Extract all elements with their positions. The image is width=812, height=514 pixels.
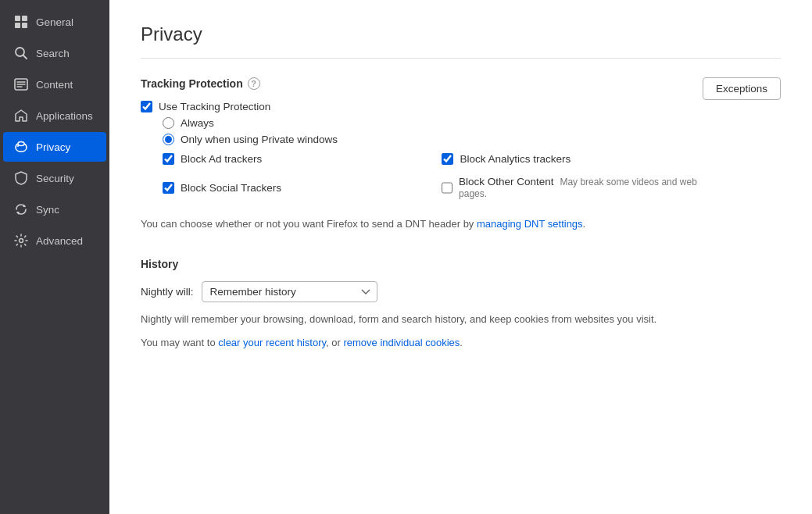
svg-rect-3 xyxy=(22,23,27,28)
sidebar-item-label: Content xyxy=(36,79,73,91)
tracking-help-icon[interactable]: ? xyxy=(248,77,260,90)
block-analytics-label[interactable]: Block Analytics trackers xyxy=(460,153,571,165)
sidebar-item-label: General xyxy=(36,16,73,28)
sidebar-item-label: Advanced xyxy=(36,235,83,247)
sidebar-item-label: Search xyxy=(36,48,70,59)
svg-point-12 xyxy=(20,239,23,243)
sidebar-item-applications[interactable]: Applications xyxy=(3,101,106,130)
private-label[interactable]: Only when using Private windows xyxy=(181,134,338,145)
always-label[interactable]: Always xyxy=(181,117,214,129)
sidebar-item-security[interactable]: Security xyxy=(3,163,106,193)
applications-icon xyxy=(14,109,28,123)
block-ad-label[interactable]: Block Ad trackers xyxy=(181,153,262,165)
private-windows-radio[interactable] xyxy=(163,134,174,145)
svg-rect-1 xyxy=(22,16,27,21)
clear-history-link[interactable]: clear your recent history xyxy=(218,337,326,348)
nightly-label: Nightly will: xyxy=(141,286,194,298)
content-icon xyxy=(14,77,28,91)
sync-icon xyxy=(14,202,28,216)
svg-line-5 xyxy=(23,55,27,59)
use-tracking-row: Use Tracking Protection xyxy=(141,101,703,112)
sidebar-item-label: Security xyxy=(36,173,74,184)
sidebar-item-content[interactable]: Content xyxy=(3,70,106,99)
sidebar-item-advanced[interactable]: Advanced xyxy=(3,226,106,255)
security-icon xyxy=(14,171,28,185)
block-ad-row: Block Ad trackers xyxy=(163,153,423,165)
svg-rect-0 xyxy=(15,16,20,21)
remove-cookies-link[interactable]: remove individual cookies xyxy=(343,337,460,348)
page-title: Privacy xyxy=(141,23,781,45)
grid-icon xyxy=(14,15,28,29)
sidebar-item-label: Privacy xyxy=(36,141,70,153)
advanced-icon xyxy=(14,234,28,248)
history-section-title: History xyxy=(141,258,781,270)
svg-rect-2 xyxy=(15,23,20,28)
title-divider xyxy=(141,58,781,59)
block-social-checkbox[interactable] xyxy=(163,182,174,194)
block-social-label[interactable]: Block Social Trackers xyxy=(181,182,281,194)
block-other-label[interactable]: Block Other Content May break some video… xyxy=(459,176,703,199)
history-dropdown-row: Nightly will: Remember history Never rem… xyxy=(141,281,781,302)
privacy-icon xyxy=(14,140,28,154)
block-social-row: Block Social Trackers xyxy=(163,176,423,199)
sidebar-item-search[interactable]: Search xyxy=(3,38,106,68)
history-links: You may want to clear your recent histor… xyxy=(141,337,781,348)
history-description: Nightly will remember your browsing, dow… xyxy=(141,312,781,327)
tracker-types-grid: Block Ad trackers Block Analytics tracke… xyxy=(163,153,703,204)
sidebar-item-sync[interactable]: Sync xyxy=(3,195,106,224)
tracking-section-title: Tracking Protection ? xyxy=(141,77,703,90)
main-content: Privacy Tracking Protection ? Use Tracki… xyxy=(109,0,812,514)
block-analytics-row: Block Analytics trackers xyxy=(442,153,702,165)
always-radio[interactable] xyxy=(163,117,174,129)
svg-point-10 xyxy=(18,142,24,146)
history-section: History Nightly will: Remember history N… xyxy=(141,258,781,348)
private-radio-row: Only when using Private windows xyxy=(163,134,703,145)
sidebar: General Search Content Applications xyxy=(0,0,109,514)
sidebar-item-label: Sync xyxy=(36,204,59,216)
use-tracking-label[interactable]: Use Tracking Protection xyxy=(159,101,270,112)
block-other-row: Block Other Content May break some video… xyxy=(442,176,702,199)
exceptions-button[interactable]: Exceptions xyxy=(703,77,781,100)
tracking-protection-section: Tracking Protection ? Use Tracking Prote… xyxy=(141,77,781,230)
dnt-settings-link[interactable]: managing DNT settings xyxy=(477,218,583,230)
block-ad-checkbox[interactable] xyxy=(163,153,174,165)
sidebar-item-label: Applications xyxy=(36,110,93,122)
use-tracking-checkbox[interactable] xyxy=(141,101,152,112)
search-icon xyxy=(14,46,28,60)
history-dropdown[interactable]: Remember history Never remember history … xyxy=(202,281,377,302)
block-analytics-checkbox[interactable] xyxy=(442,153,453,165)
sidebar-item-general[interactable]: General xyxy=(3,7,106,37)
always-radio-row: Always xyxy=(163,117,703,129)
sidebar-item-privacy[interactable]: Privacy xyxy=(3,132,106,162)
block-other-checkbox[interactable] xyxy=(442,182,453,194)
dnt-text: You can choose whether or not you want F… xyxy=(141,218,781,230)
